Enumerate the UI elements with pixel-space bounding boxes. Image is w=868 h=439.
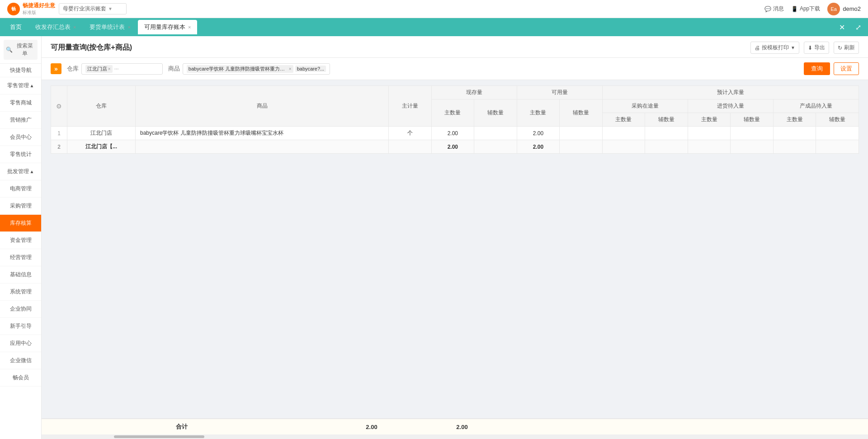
footer-stock-main: 2.00	[349, 424, 394, 430]
nav-expand-btn[interactable]: ⤢	[852, 21, 864, 33]
row-1-goods: babycare学饮杯 儿童防摔防撞吸管杯重力球吸嘴杯宝宝水杯	[135, 127, 388, 140]
quick-nav-label: 快捷导航	[10, 67, 32, 73]
col-warehouse-header: 仓库	[67, 86, 136, 127]
col-production-pending-header: 产成品待入量	[773, 99, 859, 113]
row-2-arrival-main	[688, 140, 731, 154]
logo-area: 畅 畅捷通好生意 标准版	[7, 2, 55, 16]
export-btn[interactable]: ⬇ 导出	[804, 42, 829, 54]
top-bar-left: 畅 畅捷通好生意 标准版 母婴行业演示账套 ▼	[7, 2, 127, 16]
refresh-btn[interactable]: ↻ 刷新	[834, 42, 859, 54]
goods-tag-2-value: babycare?...	[297, 66, 325, 71]
col-available-header: 可用量	[517, 86, 602, 99]
tab-purchase-stats-close[interactable]: ×	[127, 24, 130, 30]
sidebar-item-member-pro[interactable]: 畅会员	[0, 369, 41, 387]
sidebar-item-enterprise-wechat-label: 企业微信	[10, 357, 32, 364]
user-area[interactable]: Ea demo2	[827, 3, 861, 15]
app-download-btn[interactable]: 📱 App下载	[791, 5, 820, 13]
top-bar-right: 💬 消息 📱 App下载 Ea demo2	[764, 3, 861, 15]
footer-avail-main: 2.00	[439, 424, 485, 430]
username: demo2	[843, 5, 861, 12]
sidebar-item-marketing-label: 营销推广	[10, 116, 32, 124]
refresh-icon: ↻	[838, 45, 842, 51]
tab-receivables[interactable]: 收发存汇总表 ×	[29, 20, 82, 34]
sidebar-item-member-center[interactable]: 会员中心	[0, 129, 41, 146]
tab-home[interactable]: 首页	[4, 20, 28, 34]
sidebar-item-operations[interactable]: 经营管理	[0, 249, 41, 266]
sidebar-item-retail-stats-label: 零售统计	[10, 151, 32, 158]
warehouse-tag-value: 江北门店	[87, 66, 107, 72]
row-1-purchase-aux	[645, 127, 688, 140]
sidebar-item-inventory[interactable]: 库存核算	[0, 215, 41, 232]
sidebar-item-finance[interactable]: 资金管理	[0, 232, 41, 249]
row-1-arrival-aux	[731, 127, 774, 140]
table-body: 1 江北门店 babycare学饮杯 儿童防摔防撞吸管杯重力球吸嘴杯宝宝水杯 个…	[51, 127, 859, 154]
sidebar-item-retail-mgmt[interactable]: 零售管理 ▲	[0, 77, 41, 94]
tab-available-inventory-close[interactable]: ×	[188, 24, 191, 30]
export-label: 导出	[814, 44, 825, 52]
sidebar-item-marketing[interactable]: 营销推广	[0, 112, 41, 129]
sidebar-item-retail-mall[interactable]: 零售商城	[0, 94, 41, 112]
tab-purchase-stats[interactable]: 要货单统计表 ×	[83, 20, 137, 34]
warehouse-filter-ellipsis[interactable]: ···	[114, 66, 119, 72]
goods-tag-1-remove[interactable]: ×	[289, 66, 292, 71]
content-area: 可用量查询(按仓库+商品) 🖨 按模板打印 ▼ ⬇ 导出 ↻ 刷新	[42, 36, 868, 439]
warehouse-tag-remove[interactable]: ×	[108, 66, 111, 71]
table-footer: 合计 2.00 2.00	[42, 418, 868, 434]
sidebar-item-retail-stats[interactable]: 零售统计	[0, 146, 41, 163]
row-2-avail-main: 2.00	[517, 140, 560, 154]
print-label: 按模板打印	[762, 44, 789, 52]
sidebar-item-system-label: 系统管理	[10, 288, 32, 296]
table-container: ⚙ 仓库 商品 主计量 现存量 可用量 预计入库量 主数量 辅数量 主数量 辅数…	[42, 80, 868, 418]
col-current-stock-header: 现存量	[431, 86, 517, 99]
search-icon: 🔍	[6, 47, 13, 53]
sidebar-item-enterprise[interactable]: 企业协同	[0, 301, 41, 318]
message-btn[interactable]: 💬 消息	[764, 5, 784, 13]
industry-selector[interactable]: 母婴行业演示账套 ▼	[59, 3, 127, 14]
scroll-thumb[interactable]	[114, 435, 204, 438]
tab-available-inventory-label: 可用量库存账本	[144, 23, 185, 31]
sidebar-item-basic-info[interactable]: 基础信息	[0, 266, 41, 283]
col-arrival-main-header: 主数量	[688, 113, 731, 127]
sidebar-item-system[interactable]: 系统管理	[0, 283, 41, 301]
print-icon: 🖨	[755, 45, 760, 51]
row-1-avail-main: 2.00	[517, 127, 560, 140]
tab-receivables-label: 收发存汇总表	[35, 23, 71, 31]
filter-toggle-btn[interactable]: »	[51, 63, 61, 74]
sidebar-item-enterprise-label: 企业协同	[10, 305, 32, 313]
quick-nav-btn[interactable]: 快捷导航	[0, 64, 41, 77]
sidebar-item-wholesale-mgmt[interactable]: 批发管理 ▲	[0, 163, 41, 180]
table-header-row-1: ⚙ 仓库 商品 主计量 现存量 可用量 预计入库量	[51, 86, 859, 99]
row-2-unit	[389, 140, 432, 154]
tab-home-label: 首页	[10, 23, 22, 31]
row-2-goods	[135, 140, 388, 154]
search-menu-label: 搜索菜单	[14, 42, 35, 57]
tab-available-inventory[interactable]: 可用量库存账本 ×	[138, 20, 197, 34]
warehouse-filter-box[interactable]: 江北门店 × ···	[81, 63, 163, 75]
row-1-arrival-main	[688, 127, 731, 140]
sidebar-item-finance-label: 资金管理	[10, 236, 32, 244]
sidebar-item-newbie[interactable]: 新手引导	[0, 318, 41, 335]
sidebar-item-purchase[interactable]: 采购管理	[0, 198, 41, 215]
app-icon: 📱	[791, 6, 798, 12]
warehouse-filter: 仓库 江北门店 × ···	[67, 63, 163, 75]
page-header: 可用量查询(按仓库+商品) 🖨 按模板打印 ▼ ⬇ 导出 ↻ 刷新	[42, 36, 868, 58]
query-btn[interactable]: 查询	[804, 62, 830, 75]
avatar: Ea	[827, 3, 840, 15]
print-btn[interactable]: 🖨 按模板打印 ▼	[750, 42, 799, 54]
sidebar-item-ecommerce-label: 电商管理	[10, 185, 32, 193]
col-arrival-pending-header: 进货待入量	[688, 99, 773, 113]
tab-receivables-close[interactable]: ×	[73, 24, 76, 30]
page-title: 可用量查询(按仓库+商品)	[51, 43, 132, 52]
row-2-stock-aux	[474, 140, 517, 154]
row-2-stock-main: 2.00	[431, 140, 474, 154]
sidebar-item-ecommerce[interactable]: 电商管理	[0, 180, 41, 198]
col-unit-header: 主计量	[389, 86, 432, 127]
gear-icon[interactable]: ⚙	[56, 103, 62, 110]
goods-filter-box[interactable]: babycare学饮杯 儿童防摔防撞吸管杯重力球吸嘴杯宝宝水杯 × babyca…	[183, 63, 330, 75]
search-menu-btn[interactable]: 🔍 搜索菜单	[4, 40, 38, 60]
app-download-label: App下载	[800, 5, 820, 13]
nav-close-btn[interactable]: ✕	[835, 21, 848, 33]
settings-btn[interactable]: 设置	[834, 62, 859, 75]
sidebar-item-app-center[interactable]: 应用中心	[0, 335, 41, 352]
sidebar-item-enterprise-wechat[interactable]: 企业微信	[0, 352, 41, 369]
